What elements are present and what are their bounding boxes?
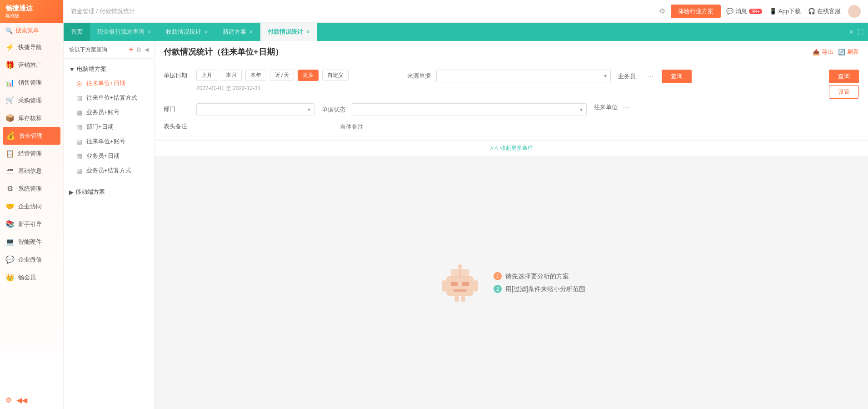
page-content: 按以下方案查询 + ⚙ ◀ ▼ 电脑端方案 ◎ 往来单位+日期 ▦	[64, 41, 868, 409]
sidebar-item-operations[interactable]: 📋 经营管理	[0, 145, 63, 162]
online-service-btn[interactable]: 🎧 在线客服	[808, 7, 841, 15]
staff-dots: ···	[647, 72, 658, 81]
sidebar-footer: ⚙ ◀◀	[0, 391, 63, 409]
voucher-date-label: 单据日期	[164, 70, 189, 80]
this-year-btn[interactable]: 本年	[245, 70, 266, 81]
refresh-icon: 🔄	[838, 49, 845, 56]
trial-btn[interactable]: 体验行业方案	[671, 5, 721, 18]
scheme-item-staff-settle[interactable]: ▦ 业务员+结算方式	[64, 163, 154, 178]
scheme-item-unit-date[interactable]: ◎ 往来单位+日期	[64, 76, 154, 91]
scheme-item-staff-account[interactable]: ▦ 业务员+账号	[64, 105, 154, 120]
collapse-panel-btn[interactable]: ◀	[145, 46, 149, 53]
sidebar-item-wechat[interactable]: 💬 企业微信	[0, 251, 63, 268]
unit-dots: ···	[623, 103, 634, 111]
tab-payment-stats[interactable]: 付款情况统计 ✕	[260, 23, 317, 41]
add-scheme-btn[interactable]: +	[129, 45, 133, 54]
more-btn[interactable]: 更多	[298, 70, 319, 81]
step-2-circle: 2	[494, 285, 502, 293]
user-avatar[interactable]	[848, 5, 861, 18]
source-filter-group: 来源单据 ▾	[407, 70, 611, 82]
voucher-status-filter-group: 单据状态 ▾	[322, 103, 587, 116]
filter-row-1: 单据日期 上月 本月 本年 近7天 更多 自定义 2022-01-01 至 20…	[164, 70, 859, 99]
table-body-remark-group: 表体备注	[340, 121, 859, 133]
scheme-item-unit-settle[interactable]: ▦ 往来单位+结算方式	[64, 91, 154, 105]
sidebar-item-vip[interactable]: 👑 畅会员	[0, 268, 63, 286]
sidebar-item-search-menu[interactable]: 🔍 搜索菜单	[0, 23, 63, 38]
sidebar-item-purchase[interactable]: 🛒 采购管理	[0, 91, 63, 109]
scheme-icon: ▦	[76, 123, 84, 131]
empty-text: 1 请先选择要分析的方案 2 用[过滤]条件来缩小分析范围	[494, 270, 585, 295]
last-7days-btn[interactable]: 近7天	[270, 70, 294, 81]
money-icon: 💰	[6, 131, 15, 140]
chart-icon: 📊	[5, 78, 15, 87]
expand-right-icon: ▶	[69, 189, 74, 196]
app-logo: 畅捷通达 标准版	[0, 0, 63, 23]
app-download-btn[interactable]: 📱 App下载	[769, 7, 801, 15]
breadcrumb-text: 资金管理 / 付款情况统计	[71, 7, 135, 15]
scheme-item-dept-date[interactable]: ▦ 部门+日期	[64, 120, 154, 134]
topbar-settings-icon[interactable]: ⚙	[659, 7, 665, 15]
tab-new-plan-close[interactable]: ✕	[249, 29, 253, 35]
settings-btn[interactable]: 设置	[829, 85, 859, 99]
gear-icon: ⚙	[5, 184, 15, 193]
footer-settings-btn[interactable]: ⚙	[5, 396, 12, 404]
close-all-tabs-btn[interactable]: ✕	[849, 29, 854, 35]
scheme-settings-btn[interactable]: ⚙	[136, 46, 142, 53]
custom-btn[interactable]: 自定义	[322, 70, 349, 81]
sidebar-item-quick-nav[interactable]: ⚡ 快捷导航	[0, 38, 63, 56]
crown-icon: 👑	[5, 273, 15, 282]
tabbar: 首页 现金银行流水查询 ✕ 收款情况统计 ✕ 新建方案 ✕ 付款情况统计 ✕ ✕…	[64, 23, 868, 41]
last-month-btn[interactable]: 上月	[196, 70, 217, 81]
tab-receipt-stats-close[interactable]: ✕	[204, 29, 208, 35]
tab-cash-flow[interactable]: 现金银行流水查询 ✕	[90, 23, 159, 41]
refresh-btn[interactable]: 🔄 刷新	[838, 48, 859, 56]
dept-select[interactable]: ▾	[196, 103, 314, 116]
chevron-up-icon: ∧∧	[489, 145, 500, 151]
tab-new-plan[interactable]: 新建方案 ✕	[215, 23, 260, 41]
sidebar-item-inventory[interactable]: 📦 库存核算	[0, 109, 63, 127]
scheme-item-unit-account[interactable]: ▤ 往来单位+账号	[64, 134, 154, 149]
collapse-conditions-btn[interactable]: ∧∧ 收起更多条件	[155, 140, 868, 156]
sidebar-item-guide[interactable]: 📚 新手引导	[0, 215, 63, 233]
tab-home[interactable]: 首页	[64, 23, 90, 41]
staff-filter-group: 业务员 ··· 查询	[618, 70, 822, 83]
table-body-remark-input[interactable]	[369, 121, 505, 133]
sidebar-item-marketing[interactable]: 🎁 营销推广	[0, 56, 63, 74]
scheme-icon: ▦	[76, 167, 84, 174]
desktop-group-header[interactable]: ▼ 电脑端方案	[64, 62, 154, 76]
mobile-group-header[interactable]: ▶ 移动端方案	[64, 185, 154, 199]
expand-icon: ▼	[69, 66, 75, 73]
svg-rect-5	[474, 280, 478, 292]
query-btn[interactable]: 查询	[662, 70, 692, 83]
footer-collapse-btn[interactable]: ◀◀	[16, 396, 27, 404]
topbar-right: 💬 消息 99+ 📱 App下载 🎧 在线客服	[726, 5, 861, 18]
sidebar-item-basic-info[interactable]: 🗃 基础信息	[0, 162, 63, 180]
voucher-status-select[interactable]: ▾	[351, 103, 587, 116]
computer-icon: 💻	[5, 237, 15, 246]
left-panel-title: 按以下方案查询	[69, 46, 107, 54]
app-edition: 标准版	[5, 13, 33, 19]
scheme-item-staff-date[interactable]: ▦ 业务员+日期	[64, 149, 154, 163]
tab-receipt-stats[interactable]: 收款情况统计 ✕	[159, 23, 215, 41]
sidebar-item-enterprise-collab[interactable]: 🤝 企业协同	[0, 197, 63, 215]
left-panel-actions: + ⚙ ◀	[129, 45, 149, 54]
export-btn[interactable]: 📤 导出	[813, 48, 833, 56]
search-icon: 🔍	[5, 27, 13, 34]
tab-payment-stats-close[interactable]: ✕	[306, 29, 310, 35]
fullscreen-btn[interactable]: ⛶	[858, 29, 863, 35]
sidebar-item-hardware[interactable]: 💻 智能硬件	[0, 233, 63, 251]
voucher-status-dropdown-icon: ▾	[580, 106, 583, 113]
sidebar-item-system[interactable]: ⚙ 系统管理	[0, 180, 63, 197]
tab-cash-flow-close[interactable]: ✕	[147, 29, 151, 35]
left-panel-header: 按以下方案查询 + ⚙ ◀	[64, 41, 154, 59]
messages-btn[interactable]: 💬 消息 99+	[726, 7, 762, 15]
dept-label: 部门	[164, 103, 189, 113]
left-panel: 按以下方案查询 + ⚙ ◀ ▼ 电脑端方案 ◎ 往来单位+日期 ▦	[64, 41, 155, 409]
sidebar-item-capital[interactable]: 💰 资金管理	[3, 127, 60, 145]
sidebar-item-sales[interactable]: 📊 销售管理	[0, 74, 63, 91]
source-select[interactable]: ▾	[436, 70, 611, 82]
table-header-remark-input[interactable]	[196, 121, 333, 133]
date-filter-content: 上月 本月 本年 近7天 更多 自定义 2022-01-01 至 2022-12…	[196, 70, 400, 92]
this-month-btn[interactable]: 本月	[221, 70, 242, 81]
query-btn-2[interactable]: 查询	[829, 70, 859, 83]
